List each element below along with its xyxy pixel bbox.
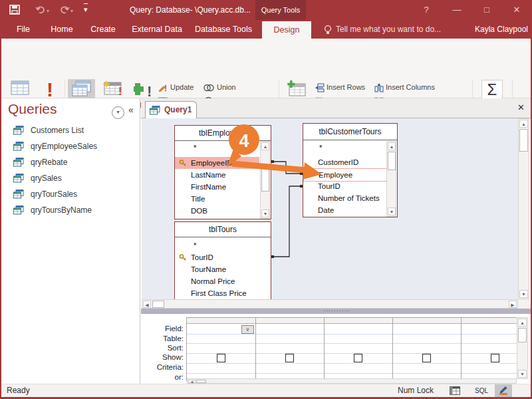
canvas-vertical-scrollbar[interactable]: ▲ ▼ — [518, 118, 529, 299]
scrollbar-thumb[interactable] — [152, 301, 164, 308]
column-selector-strip[interactable] — [187, 318, 517, 324]
design-view-button-active[interactable] — [495, 384, 512, 397]
field-row[interactable]: Date — [318, 204, 334, 216]
show-checkbox-col3[interactable] — [354, 354, 362, 362]
show-checkbox-col1[interactable] — [217, 354, 225, 362]
field-row[interactable]: * — [194, 239, 196, 251]
close-document-icon[interactable]: ✕ — [517, 102, 525, 112]
account-user-name[interactable]: Kayla Claypool — [462, 20, 528, 39]
scroll-down-icon[interactable]: ▼ — [261, 209, 269, 217]
insert-rows-label: Insert Rows — [327, 81, 371, 94]
grid-row-label-criteria: Criteria: — [141, 363, 184, 371]
field-row-highlighted[interactable]: Employee — [303, 168, 387, 182]
sql-view-button[interactable]: SQL — [475, 384, 488, 397]
field-row[interactable]: Title — [191, 193, 205, 205]
tab-design-active[interactable]: Design — [262, 21, 311, 39]
scroll-down-icon[interactable]: ▼ — [518, 370, 527, 378]
union-label: Union — [217, 81, 275, 94]
datasheet-view-icon[interactable] — [450, 386, 460, 395]
scrollbar-thumb[interactable] — [261, 165, 269, 192]
tab-create[interactable]: Create — [85, 20, 121, 39]
scroll-down-icon[interactable]: ▼ — [519, 290, 528, 298]
scroll-up-icon[interactable]: ▲ — [261, 142, 269, 150]
field-row[interactable]: * — [319, 142, 322, 154]
field-row[interactable]: FirstName — [191, 181, 226, 193]
qbe-grid[interactable]: ∨ — [186, 317, 517, 381]
nav-item-qrytoursales[interactable]: qryTourSales — [1, 186, 140, 202]
nav-item-customers-list[interactable]: Customers List — [1, 122, 140, 138]
help-button[interactable]: ? — [416, 0, 436, 20]
undo-icon[interactable] — [35, 5, 47, 15]
field-row[interactable]: TourName — [191, 263, 226, 275]
close-button[interactable]: ✕ — [507, 0, 527, 20]
nav-item-qrysales[interactable]: qrySales — [1, 170, 140, 186]
redo-icon[interactable] — [59, 5, 70, 15]
qat-customize-icon[interactable]: ▾ — [84, 3, 88, 15]
scroll-down-icon[interactable]: ▼ — [388, 207, 396, 215]
field-row-highlighted[interactable]: EmployeeID — [175, 157, 259, 169]
scroll-left-icon[interactable]: ◀ — [188, 380, 196, 383]
redo-dropdown-icon[interactable]: ▾ — [70, 8, 73, 14]
field-row[interactable]: TourID — [318, 180, 340, 192]
tab-external-data[interactable]: External Data — [128, 20, 186, 39]
tab-query1[interactable]: Query1 — [145, 101, 197, 118]
field-list-scrollbar[interactable]: ▲ ▼ — [260, 141, 270, 219]
grid-row-label-table: Table: — [141, 334, 184, 342]
scrollbar-thumb[interactable] — [518, 328, 527, 342]
scroll-right-icon[interactable]: ▶ — [509, 301, 517, 308]
field-row[interactable]: Number of Tickets — [318, 192, 380, 204]
document-tab-bar: Query1 ✕ — [141, 98, 532, 118]
field-row[interactable]: DOB — [191, 205, 207, 217]
insert-rows-button[interactable]: Insert Rows — [315, 81, 371, 94]
insert-columns-icon — [374, 83, 384, 92]
maximize-button[interactable]: □ — [477, 0, 497, 20]
undo-dropdown-icon[interactable]: ▾ — [47, 8, 49, 14]
scrollbar-thumb[interactable] — [388, 152, 396, 170]
primary-key-icon — [179, 253, 187, 261]
minimize-button[interactable]: — — [447, 0, 467, 20]
field-row[interactable]: First Class Price — [191, 287, 247, 299]
field-row[interactable]: * — [194, 142, 196, 154]
field-list-tbltours[interactable]: tblTours * TourID TourName Normal Price … — [174, 221, 271, 299]
insert-columns-button[interactable]: Insert Columns — [374, 81, 461, 94]
pane-splitter-handle[interactable]: ·········· — [141, 309, 532, 314]
primary-key-icon — [179, 159, 187, 167]
shutter-bar-close-icon[interactable]: « — [128, 104, 134, 115]
scrollbar-thumb[interactable] — [519, 129, 528, 152]
scrollbar-thumb[interactable] — [196, 380, 206, 383]
grid-horizontal-scrollbar[interactable]: ◀ — [187, 378, 517, 384]
nav-item-qrytoursbyname[interactable]: qryToursByName — [1, 202, 140, 218]
tell-me-box[interactable]: Tell me what you want to do... — [336, 20, 456, 39]
field-cell-dropdown[interactable]: ∨ — [241, 325, 254, 334]
scrollbar-corner — [518, 299, 529, 309]
nav-item-qryemployeesales[interactable]: qryEmployeeSales — [1, 138, 140, 154]
field-row[interactable]: CustomerID — [318, 156, 358, 168]
nav-menu-dropdown-icon[interactable]: ▾ — [112, 106, 124, 119]
tab-database-tools[interactable]: Database Tools — [192, 20, 255, 39]
ribbon-tab-row: File Home Create External Data Database … — [0, 20, 532, 39]
tab-home[interactable]: Home — [45, 20, 78, 39]
tab-file[interactable]: File — [8, 20, 39, 39]
save-icon[interactable] — [9, 5, 21, 15]
scroll-up-icon[interactable]: ▲ — [388, 142, 396, 150]
table-title: tblCustomerTours — [303, 124, 397, 140]
field-row[interactable]: Normal Price — [191, 275, 235, 287]
query-design-canvas[interactable]: tblEmployees * EmployeeID LastName First… — [142, 118, 518, 299]
field-list-tblcustomertours[interactable]: tblCustomerTours * CustomerID Employee T… — [303, 123, 398, 217]
field-list-scrollbar[interactable]: ▲ ▼ — [386, 141, 396, 217]
nav-item-qryrebate[interactable]: qryRebate — [1, 154, 140, 170]
field-list-tblemployees[interactable]: tblEmployees * EmployeeID LastName First… — [174, 125, 271, 219]
window-border-left — [0, 20, 1, 399]
update-button[interactable]: ! Update — [158, 81, 202, 94]
field-row[interactable]: TourID — [175, 251, 271, 263]
scroll-up-icon[interactable]: ▲ — [518, 319, 527, 327]
navigation-pane: Queries ▾ « Customers List qryEmployeeSa… — [1, 98, 140, 384]
scroll-left-icon[interactable]: ◀ — [143, 301, 151, 308]
field-row[interactable]: LastName — [191, 169, 225, 181]
show-checkbox-col5[interactable] — [491, 354, 499, 362]
show-checkbox-col4[interactable] — [422, 354, 431, 362]
grid-vertical-scrollbar[interactable]: ▲ ▼ — [517, 317, 528, 379]
scroll-up-icon[interactable]: ▲ — [519, 120, 528, 128]
union-button[interactable]: Union — [203, 81, 275, 94]
show-checkbox-col2[interactable] — [285, 354, 294, 362]
